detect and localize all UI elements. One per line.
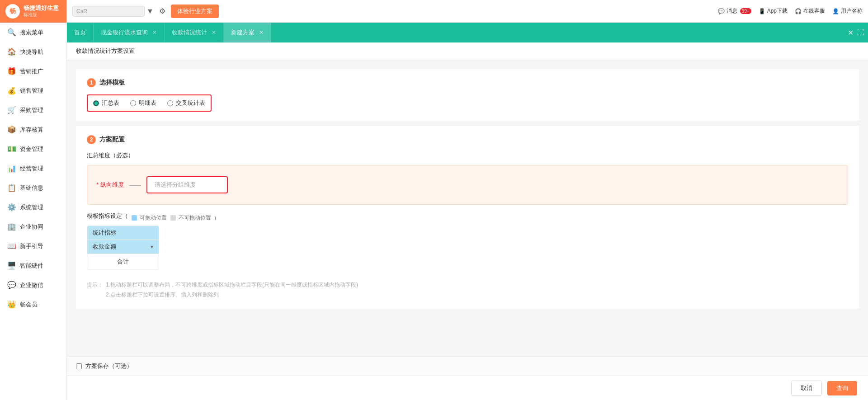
sidebar-item-inventory[interactable]: 📦 库存核算 — [0, 120, 66, 139]
radio-summary[interactable]: 汇总表 — [93, 99, 119, 107]
radio-detail[interactable]: 明细表 — [130, 99, 156, 107]
sidebar-item-enterprise[interactable]: 🏢 企业协同 — [0, 217, 66, 236]
download-item[interactable]: 📱 App下载 — [759, 7, 788, 15]
radio-crosstab-label: 交叉统计表 — [176, 99, 205, 107]
total-row: 合计 — [87, 254, 159, 269]
tip-1: 提示： 1.拖动标题栏可以调整布局，不可跨维度或指标区域拖动栏目字段(只能在同一… — [87, 280, 848, 290]
topbar-right: 💬 消息 99+ 📱 App下载 🎧 在线客服 👤 用户名称 — [718, 7, 863, 15]
indicator-section: 模板指标设定（ 可拖动位置 不可拖动位置 ） 统计指 — [87, 212, 848, 271]
tab-cash-flow-close-icon[interactable]: ✕ — [152, 29, 157, 36]
tab-new-plan[interactable]: 新建方案 ✕ — [224, 23, 271, 42]
step2-label: 方案配置 — [99, 136, 125, 144]
user-name: 用户名称 — [841, 7, 863, 15]
template-section: 1 选择模板 汇总表 明细表 交叉统计表 — [76, 69, 859, 121]
tip-2-text: 2.点击标题栏下拉可设置排序、插入列和删除列 — [106, 290, 219, 300]
hardware-icon: 🖥️ — [7, 261, 16, 270]
dimension-selector[interactable]: 请选择分组维度 — [146, 176, 228, 193]
config-section: 2 方案配置 汇总维度（必选） * 纵向维度 —— 请选择分组维度 模板指标设定… — [76, 126, 859, 309]
indicator-table-header: 统计指标 — [87, 226, 159, 240]
content-body: 1 选择模板 汇总表 明细表 交叉统计表 — [67, 60, 868, 356]
sidebar-item-label: 快捷导航 — [20, 48, 43, 56]
service-icon: 🎧 — [795, 8, 802, 14]
dropdown-arrow-icon[interactable]: ▼ — [146, 7, 154, 15]
message-icon: 💬 — [718, 8, 725, 14]
radio-crosstab[interactable]: 交叉统计表 — [167, 99, 205, 107]
cancel-button[interactable]: 取消 — [791, 381, 822, 396]
tab-cash-flow[interactable]: 现金银行流水查询 ✕ — [94, 23, 165, 42]
tab-collection-stat[interactable]: 收款情况统计 ✕ — [165, 23, 224, 42]
sidebar-item-marketing[interactable]: 🎁 营销推广 — [0, 61, 66, 81]
radio-detail-input[interactable] — [130, 100, 136, 106]
sidebar-item-label: 搜索菜单 — [20, 28, 43, 37]
sidebar-item-label: 营销推广 — [20, 67, 43, 75]
system-icon: ⚙️ — [7, 203, 16, 212]
tab-new-plan-close-icon[interactable]: ✕ — [259, 29, 264, 36]
tab-collection-stat-close-icon[interactable]: ✕ — [212, 29, 216, 36]
search-input[interactable] — [72, 6, 145, 17]
settings-gear-icon[interactable]: ⚙ — [159, 7, 165, 15]
sidebar-item-guide[interactable]: 📖 新手引导 — [0, 236, 66, 256]
tip-2: 提示： 2.点击标题栏下拉可设置排序、插入列和删除列 — [87, 290, 848, 300]
sidebar-item-system[interactable]: ⚙️ 系统管理 — [0, 198, 66, 217]
sidebar-item-hardware[interactable]: 🖥️ 智能硬件 — [0, 256, 66, 275]
legend-draggable-dot — [132, 215, 137, 221]
download-label: App下载 — [767, 7, 788, 15]
sidebar-item-label: 智能硬件 — [20, 262, 43, 270]
sales-icon: 💰 — [7, 86, 16, 95]
download-icon: 📱 — [759, 8, 765, 14]
marketing-icon: 🎁 — [7, 67, 16, 75]
tab-home[interactable]: 首页 — [67, 23, 94, 42]
save-checkbox[interactable] — [76, 363, 82, 369]
sidebar-item-sales[interactable]: 💰 销售管理 — [0, 81, 66, 100]
indicator-legend-row: 模板指标设定（ 可拖动位置 不可拖动位置 ） — [87, 212, 848, 224]
sidebar-item-label: 企业协同 — [20, 223, 43, 231]
sidebar-item-member[interactable]: 👑 畅会员 — [0, 295, 66, 314]
message-item[interactable]: 💬 消息 99+ — [718, 7, 751, 15]
sidebar-item-finance[interactable]: 💵 资金管理 — [0, 139, 66, 159]
member-icon: 👑 — [7, 300, 16, 309]
sidebar: 畅 畅捷通好生意 标准版 🔍 搜索菜单 🏠 快捷导航 🎁 营销推广 💰 销售管理… — [0, 0, 67, 400]
vertical-dimension-label: * 纵向维度 — [96, 181, 124, 189]
sidebar-item-purchase[interactable]: 🛒 采购管理 — [0, 100, 66, 120]
tab-new-plan-label: 新建方案 — [231, 28, 255, 37]
tab-cash-flow-label: 现金银行流水查询 — [101, 28, 148, 37]
dimension-section-label: 汇总维度（必选） — [87, 151, 848, 160]
step2-title: 2 方案配置 — [87, 135, 848, 144]
operations-icon: 📊 — [7, 164, 16, 173]
save-bar: 方案保存（可选） — [67, 356, 868, 376]
content-area: 收款情况统计方案设置 1 选择模板 汇总表 明细表 — [67, 42, 868, 400]
radio-summary-input[interactable] — [93, 100, 99, 106]
collection-amount-header[interactable]: 收款金额 ▾ — [87, 240, 159, 254]
query-button[interactable]: 查询 — [827, 381, 857, 395]
dimension-row: * 纵向维度 —— 请选择分组维度 — [96, 176, 839, 193]
collection-amount-label: 收款金额 — [93, 243, 116, 251]
sidebar-item-search-menu[interactable]: 🔍 搜索菜单 — [0, 23, 66, 42]
tab-close-action-icon[interactable]: ✕ — [848, 28, 854, 37]
indicator-setting-label: 模板指标设定（ — [87, 212, 128, 220]
service-item[interactable]: 🎧 在线客服 — [795, 7, 825, 15]
industry-plan-button[interactable]: 体验行业方案 — [171, 5, 219, 18]
inventory-icon: 📦 — [7, 125, 16, 134]
finance-icon: 💵 — [7, 145, 16, 153]
tab-collection-stat-label: 收款情况统计 — [172, 28, 207, 37]
collection-amount-chevron-icon[interactable]: ▾ — [151, 244, 153, 250]
dimension-area: * 纵向维度 —— 请选择分组维度 — [87, 165, 848, 205]
user-area[interactable]: 👤 用户名称 — [832, 7, 863, 15]
tab-maximize-action-icon[interactable]: ⛶ — [857, 28, 864, 37]
page-title: 收款情况统计方案设置 — [76, 47, 135, 54]
sidebar-item-operations[interactable]: 📊 经营管理 — [0, 159, 66, 178]
sidebar-item-label: 畅会员 — [20, 301, 38, 309]
step1-badge: 1 — [87, 78, 96, 87]
sidebar-item-wechat[interactable]: 💬 企业微信 — [0, 275, 66, 295]
legend-fixed-label: 不可拖动位置 — [179, 214, 211, 222]
search-menu-icon: 🔍 — [7, 28, 16, 37]
sidebar-item-basic-info[interactable]: 📋 基础信息 — [0, 178, 66, 198]
content-header: 收款情况统计方案设置 — [67, 42, 868, 60]
sidebar-item-quick-nav[interactable]: 🏠 快捷导航 — [0, 42, 66, 61]
sidebar-item-label: 采购管理 — [20, 106, 43, 114]
step1-title: 1 选择模板 — [87, 78, 848, 87]
tip-label: 提示： — [87, 280, 103, 290]
radio-crosstab-input[interactable] — [167, 100, 173, 106]
sidebar-item-label: 库存核算 — [20, 126, 43, 134]
tips-section: 提示： 1.拖动标题栏可以调整布局，不可跨维度或指标区域拖动栏目字段(只能在同一… — [87, 280, 848, 300]
